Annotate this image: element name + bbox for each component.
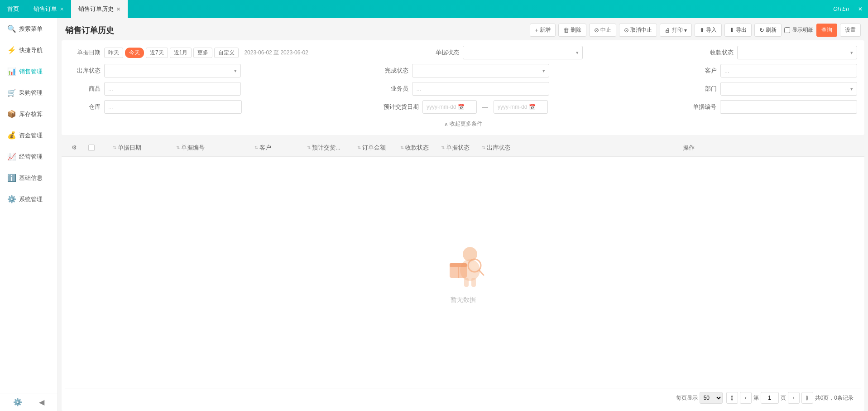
th-amount[interactable]: ⇅ 订单金额 (349, 140, 394, 155)
th-receipt-label: 收款状态 (405, 144, 429, 152)
query-button[interactable]: 查询 (816, 24, 837, 37)
th-settings[interactable]: ⚙ (65, 140, 83, 155)
system-icon: ⚙️ (7, 195, 15, 203)
calendar-from-icon[interactable]: 📅 (458, 104, 465, 110)
date-btn-custom[interactable]: 自定义 (214, 48, 239, 58)
receipt-status-label: 收款状态 (702, 48, 734, 57)
topbar-right: OfTEn ✕ (833, 6, 868, 12)
tab-list: 首页 销售订单 ✕ 销售订单历史 ✕ (0, 0, 833, 18)
next-page-button[interactable]: › (788, 392, 800, 404)
th-customer-label: 客户 (259, 144, 271, 152)
tab-sales-order-history[interactable]: 销售订单历史 ✕ (71, 0, 128, 18)
sidebar-bottom: ⚙️ ◀ (0, 393, 58, 411)
dept-label: 部门 (685, 85, 717, 93)
th-out-status[interactable]: ⇅ 出库状态 (475, 140, 516, 155)
sidebar-item-operations-label: 经营管理 (19, 153, 43, 161)
sort-number-icon: ⇅ (176, 145, 180, 150)
goods-input[interactable]: ... (104, 82, 241, 96)
cancel-stop-button[interactable]: ⊙ 取消中止 (619, 24, 657, 37)
th-order-status[interactable]: ⇅ 单据状态 (435, 140, 475, 155)
current-page-input[interactable] (761, 392, 779, 404)
warehouse-input[interactable]: ... (104, 100, 242, 114)
sidebar-item-finance[interactable]: 💰 资金管理 (0, 125, 58, 146)
dept-select[interactable]: ▾ (720, 82, 857, 96)
delete-button[interactable]: 🗑 删除 (558, 24, 586, 37)
th-customer[interactable]: ⇅ 客户 (226, 140, 299, 155)
th-actions: 操作 (516, 140, 861, 155)
out-status-select[interactable]: ▾ (104, 64, 241, 77)
table-area: ⚙ ⇅ 单据日期 ⇅ 单据编号 ⇅ 客户 ⇅ (62, 139, 864, 411)
search-icon: 🔍 (7, 24, 15, 33)
content-area: 销售订单历史 + 新增 🗑 删除 ⊘ 中止 ⊙ 取消中止 (58, 18, 868, 411)
settings-bottom-icon[interactable]: ⚙️ (13, 398, 22, 406)
refresh-button[interactable]: ↻ 刷新 (754, 24, 782, 37)
receipt-status-chevron-icon: ▾ (850, 50, 853, 56)
tab-home[interactable]: 首页 (0, 0, 26, 18)
date-btn-1month[interactable]: 近1月 (170, 48, 192, 58)
import-icon: ⬆ (700, 27, 705, 34)
sidebar-item-system[interactable]: ⚙️ 系统管理 (0, 189, 58, 210)
th-number-label: 单据编号 (181, 144, 205, 152)
import-button[interactable]: ⬆ 导入 (695, 24, 722, 37)
stop-icon: ⊘ (594, 27, 599, 34)
th-delivery[interactable]: ⇅ 预计交货... (299, 140, 349, 155)
delivery-date-to-input[interactable]: yyyy-mm-dd 📅 (494, 100, 548, 114)
order-status-chevron-icon: ▾ (576, 50, 579, 56)
tab-sales-order[interactable]: 销售订单 ✕ (26, 0, 71, 18)
cancel-stop-label: 取消中止 (630, 26, 652, 34)
new-label: 新增 (540, 26, 551, 34)
sidebar-item-sales[interactable]: 📊 销售管理 (0, 61, 58, 82)
close-history-icon[interactable]: ✕ (116, 6, 120, 12)
order-status-select[interactable]: ▾ (463, 46, 583, 59)
sidebar-item-quicknav[interactable]: ⚡ 快捷导航 (0, 39, 58, 61)
sidebar-item-basic[interactable]: ℹ️ 基础信息 (0, 167, 58, 189)
filter-row-status: 出库状态 ▾ 完成状态 ▾ 客户 ... (69, 64, 857, 77)
th-receipt-status[interactable]: ⇅ 收款状态 (394, 140, 435, 155)
th-date[interactable]: ⇅ 单据日期 (100, 140, 154, 155)
sidebar-item-inventory[interactable]: 📦 库存核算 (0, 103, 58, 125)
date-btn-7days[interactable]: 近7天 (146, 48, 168, 58)
topbar-close-icon[interactable]: ✕ (858, 6, 863, 12)
new-button[interactable]: + 新增 (530, 24, 556, 37)
display-detail-checkbox-label[interactable]: 显示明细 (784, 26, 814, 34)
th-number[interactable]: ⇅ 单据编号 (154, 140, 226, 155)
sidebar-item-operations[interactable]: 📈 经营管理 (0, 146, 58, 167)
select-all-checkbox[interactable] (88, 145, 95, 151)
print-button[interactable]: 🖨 打印 ▾ (660, 24, 692, 37)
order-number-input[interactable] (720, 100, 858, 114)
calendar-to-icon[interactable]: 📅 (529, 104, 536, 110)
sidebar-item-purchase[interactable]: 🛒 采购管理 (0, 82, 58, 103)
complete-status-select[interactable]: ▾ (412, 64, 549, 77)
collapse-button[interactable]: ∧ 收起更多条件 (69, 118, 857, 130)
date-btn-today[interactable]: 今天 (125, 48, 144, 58)
first-page-button[interactable]: ⟪ (726, 392, 738, 404)
export-button[interactable]: ⬇ 导出 (724, 24, 752, 37)
page-title: 销售订单历史 (65, 25, 114, 36)
date-btn-more[interactable]: 更多 (193, 48, 212, 58)
display-detail-checkbox[interactable] (784, 27, 790, 33)
settings-th-icon: ⚙ (72, 144, 77, 151)
sidebar-item-search[interactable]: 🔍 搜索菜单 (0, 18, 58, 39)
cancel-stop-icon: ⊙ (624, 27, 629, 34)
page-label-prefix: 第 (753, 394, 759, 402)
collapse-sidebar-icon[interactable]: ◀ (39, 398, 44, 406)
sidebar-item-sales-label: 销售管理 (19, 68, 43, 76)
receipt-status-select[interactable]: ▾ (737, 46, 857, 59)
top-bar: 首页 销售订单 ✕ 销售订单历史 ✕ OfTEn ✕ (0, 0, 868, 18)
customer-label: 客户 (685, 67, 717, 75)
close-sales-order-icon[interactable]: ✕ (60, 6, 64, 12)
last-page-button[interactable]: ⟫ (801, 392, 813, 404)
date-btn-yesterday[interactable]: 昨天 (104, 48, 123, 58)
quicknav-icon: ⚡ (7, 46, 15, 54)
stop-button[interactable]: ⊘ 中止 (589, 24, 616, 37)
complete-status-chevron-icon: ▾ (542, 68, 545, 74)
settings-button[interactable]: 设置 (840, 24, 861, 37)
svg-line-7 (479, 270, 484, 275)
th-checkbox[interactable] (83, 141, 100, 155)
delivery-date-to-value: yyyy-mm-dd (498, 104, 527, 110)
delivery-date-from-input[interactable]: yyyy-mm-dd 📅 (422, 100, 477, 114)
salesman-input[interactable]: ... (412, 82, 549, 96)
page-size-select[interactable]: 50 10 20 100 (700, 392, 723, 404)
customer-input[interactable]: ... (720, 64, 857, 77)
prev-page-button[interactable]: ‹ (740, 392, 752, 404)
